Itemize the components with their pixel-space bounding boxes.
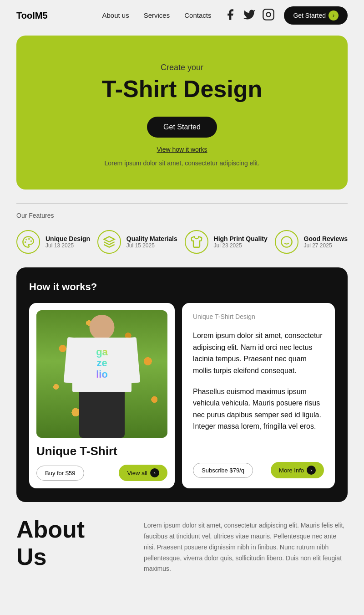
product-title: Unique T-Shirt	[36, 444, 167, 458]
facebook-icon[interactable]	[224, 8, 237, 23]
how-card-right: Unique T-Shirt Design Lorem ipsum dolor …	[182, 303, 335, 488]
feature-good-reviews: Good Reviews Jul 27 2025	[275, 230, 348, 254]
social-links	[224, 8, 275, 23]
card-body-p2: Phasellus euismod maximus ipsum vehicula…	[193, 386, 324, 432]
about-text: Lorem ipsum dolor sit amet, consectetur …	[144, 516, 348, 574]
smiley-icon	[275, 230, 298, 254]
arrow-right-icon-2: ›	[307, 466, 316, 475]
features-grid: Unique Design Jul 13 2025 Quality Materi…	[16, 230, 348, 254]
svg-marker-6	[104, 237, 114, 242]
shirt-graphic-text: gazelio	[96, 347, 108, 380]
how-section: How it works? gazelio Unique T-Shirt Buy…	[16, 267, 348, 502]
feature-good-reviews-text: Good Reviews Jul 27 2025	[304, 235, 348, 249]
card-left-actions: Buy for $59 View all ›	[36, 465, 167, 481]
feature-high-print-text: High Print Quality Jul 23 2025	[214, 235, 268, 249]
svg-point-7	[281, 237, 292, 247]
how-cards: gazelio Unique T-Shirt Buy for $59 View …	[29, 303, 335, 488]
card-subtitle: Unique T-Shirt Design	[193, 313, 324, 325]
person-head	[90, 315, 115, 340]
svg-rect-0	[263, 9, 274, 20]
twitter-icon[interactable]	[243, 8, 256, 23]
person-figure: gazelio	[61, 315, 143, 438]
arrow-right-icon: ›	[150, 468, 159, 477]
features-section: Our Features Unique Design Jul 13 2025	[16, 203, 348, 254]
svg-point-3	[31, 241, 31, 241]
about-title: About Us	[16, 516, 116, 570]
nav-contacts[interactable]: Contacts	[184, 11, 211, 19]
person-body: gazelio	[72, 338, 131, 392]
hero-subtitle: Create your	[35, 63, 329, 72]
svg-point-5	[25, 242, 25, 242]
card-body-text: Lorem ipsum dolor sit amet, consectetur …	[193, 330, 324, 451]
hero-title: T-Shirt Design	[35, 76, 329, 102]
subscribe-button[interactable]: Subscribe $79/q	[193, 463, 253, 478]
feature-quality-materials: Quality Materials Jul 15 2025	[97, 230, 177, 254]
hero-lorem-text: Lorem ipsum dolor sit amet, consectetur …	[35, 159, 329, 167]
navigation: ToolM5 About us Services Contacts Get St…	[0, 0, 364, 31]
tshirt-product-image: gazelio	[36, 310, 167, 438]
palette-icon	[16, 230, 40, 254]
card-body-p1: Lorem ipsum dolor sit amet, consectetur …	[193, 330, 324, 376]
svg-point-2	[29, 239, 29, 239]
feature-unique-design: Unique Design Jul 13 2025	[16, 230, 90, 254]
features-divider	[16, 203, 348, 204]
hero-section: Create your T-Shirt Design Get Started V…	[16, 36, 348, 190]
card-right-actions: Subscribe $79/q More Info ›	[193, 462, 324, 478]
svg-point-4	[26, 239, 26, 240]
buy-button[interactable]: Buy for $59	[36, 466, 84, 481]
features-title: Our Features	[16, 212, 348, 219]
feature-unique-design-text: Unique Design Jul 13 2025	[46, 235, 90, 249]
how-card-left: gazelio Unique T-Shirt Buy for $59 View …	[29, 303, 175, 488]
tshirt-icon	[185, 230, 208, 254]
feature-high-print: High Print Quality Jul 23 2025	[185, 230, 268, 254]
layers-icon	[97, 230, 121, 254]
nav-about[interactable]: About us	[102, 11, 129, 19]
instagram-icon[interactable]	[262, 8, 275, 23]
person-legs	[79, 392, 125, 438]
logo: ToolM5	[16, 10, 48, 21]
about-section: About Us Lorem ipsum dolor sit amet, con…	[16, 516, 348, 574]
nav-get-started-button[interactable]: Get Started ›	[284, 6, 348, 25]
more-info-button[interactable]: More Info ›	[271, 462, 324, 478]
how-title: How it works?	[29, 281, 335, 293]
nav-services[interactable]: Services	[144, 11, 170, 19]
view-all-button[interactable]: View all ›	[119, 465, 167, 481]
hero-get-started-button[interactable]: Get Started	[147, 117, 217, 138]
arrow-icon: ›	[329, 10, 339, 20]
hero-view-link[interactable]: View how it works	[35, 146, 329, 153]
feature-quality-materials-text: Quality Materials Jul 15 2025	[126, 235, 177, 249]
